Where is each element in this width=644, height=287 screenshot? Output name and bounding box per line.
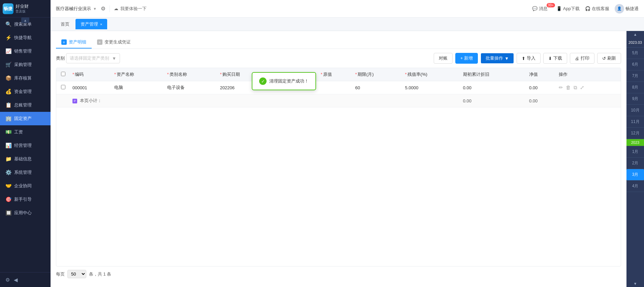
tab-home[interactable]: 首页	[56, 19, 74, 29]
calendar-month-2[interactable]: 2月	[626, 158, 644, 169]
import-icon: ⬆	[522, 56, 525, 61]
subtotal-row: P 本页小计： 0.00 0.00	[56, 94, 621, 107]
calendar-month-5[interactable]: 5月	[626, 47, 644, 59]
more-icon[interactable]: ⤢	[580, 85, 584, 91]
select-chevron-icon: ▼	[112, 56, 116, 61]
app-logo: 畅捷	[3, 3, 13, 14]
right-panel: ▲ 2023.03 5月 6月 7月 8月 9月 10月 11月 12月 202…	[626, 31, 644, 287]
calendar-month-8[interactable]: 8月	[626, 82, 644, 93]
calendar-month-9[interactable]: 9月	[626, 93, 644, 105]
calendar-month-7[interactable]: 7月	[626, 70, 644, 82]
calendar-items: 5月 6月 7月 8月 9月 10月 11月 12月 2023 1月 2月 3月…	[626, 47, 644, 280]
notification-badge: 99+	[547, 3, 555, 7]
reconcile-btn[interactable]: 对账	[434, 53, 453, 64]
sidebar-item-guide[interactable]: 🎯 新手引导	[0, 193, 51, 206]
new-btn[interactable]: + 新增	[455, 53, 478, 64]
sidebar-footer: ⚙ ◀	[0, 272, 51, 287]
content-wrapper: ≡ 资产明细 ≡ 变更生成凭证 类别 请选择固定资产类别	[51, 31, 626, 287]
sidebar-item-operations[interactable]: 📊 经营管理	[0, 139, 51, 152]
calendar-month-11[interactable]: 11月	[626, 116, 644, 128]
tab-asset-management[interactable]: 资产管理 ×	[75, 19, 107, 29]
batch-btn[interactable]: 批量操作 ▼	[481, 53, 514, 64]
table-row: 000001 电脑 电子设备 202206 年限平均 60 5.0000 0.0…	[56, 81, 621, 94]
calendar-month-3[interactable]: 3月	[626, 169, 644, 181]
sidebar-item-fixed[interactable]: 🏢 固定资产	[0, 112, 51, 125]
headset-icon: 🎧	[585, 6, 590, 11]
online-service-btn[interactable]: 🎧 在线客服	[585, 6, 609, 12]
subtotal-initial: 0.00	[460, 94, 526, 107]
topbar: 医疗器械行业演示 ▼ ⚙ ☁ 我要体验一下 💬 消息 99+ 📱 App下载 🎧…	[51, 0, 644, 18]
print-icon: 🖨	[575, 56, 579, 61]
sidebar-item-inventory[interactable]: 📦 库存核算	[0, 71, 51, 85]
calendar-bottom-icon[interactable]: ▼	[626, 280, 644, 287]
tabs-bar: 首页 资产管理 ×	[51, 18, 644, 31]
toolbar: 类别 请选择固定资产类别 ▼ 对账 + 新增	[56, 53, 621, 64]
category-filter: 类别 请选择固定资产类别 ▼	[56, 53, 120, 63]
company-name: 医疗器械行业演示	[56, 6, 91, 12]
cell-period: 60	[352, 81, 402, 94]
company-selector[interactable]: 医疗器械行业演示 ▼	[56, 6, 97, 12]
delete-icon[interactable]: 🗑	[566, 85, 571, 91]
pagination: 每页 50 10 20 100 条，共 1 条	[56, 266, 621, 282]
download-btn[interactable]: ⬇ 下载	[543, 53, 567, 64]
user-profile[interactable]: 👤 畅捷通	[615, 4, 639, 13]
settings-icon[interactable]: ⚙	[5, 277, 10, 283]
voucher-tab-icon: ≡	[97, 39, 102, 45]
sidebar-item-fund[interactable]: 💰 资金管理	[0, 85, 51, 98]
import-btn[interactable]: ⬆ 导入	[517, 53, 541, 64]
col-period: *期限(月)	[352, 68, 402, 81]
success-check-icon: ✓	[259, 77, 267, 85]
sub-tab-assets[interactable]: ≡ 资产明细	[56, 36, 92, 49]
edit-icon[interactable]: ✏	[559, 85, 563, 91]
category-select-box[interactable]: 请选择固定资产类别 ▼	[66, 53, 120, 63]
calendar-header: 2023.03	[626, 38, 644, 47]
print-btn[interactable]: 🖨 打印	[570, 53, 594, 64]
select-all-checkbox[interactable]	[61, 72, 65, 76]
phone-icon: 📱	[556, 6, 562, 11]
notifications-btn[interactable]: 💬 消息 99+	[532, 6, 551, 12]
cell-name: 电脑	[112, 81, 164, 94]
cell-code: 000001	[70, 81, 112, 94]
sidebar-header: 畅捷 好业财 普及版	[0, 0, 51, 18]
per-page-select[interactable]: 50 10 20 100	[67, 270, 86, 278]
calendar-month-6[interactable]: 6月	[626, 59, 644, 70]
topbar-right: 💬 消息 99+ 📱 App下载 🎧 在线客服 👤 畅捷通	[532, 4, 639, 13]
sidebar-item-apps[interactable]: 🔲 应用中心	[0, 206, 51, 220]
calendar-month-1[interactable]: 1月	[626, 146, 644, 158]
row-checkbox[interactable]	[61, 85, 65, 89]
refresh-btn[interactable]: ↺ 刷新	[597, 53, 621, 64]
sidebar-item-collab[interactable]: 🤝 企业协同	[0, 179, 51, 193]
sidebar-item-sales[interactable]: 📈 销售管理	[0, 44, 51, 58]
sidebar-nav: 🔍 搜索菜单 ⚡ 快捷导航 📈 销售管理 🛒 采购管理 📦 库存核算 💰 资金管…	[0, 18, 51, 272]
col-name: *资产名称	[112, 68, 164, 81]
calendar-month-12[interactable]: 12月	[626, 128, 644, 139]
sidebar-item-purchase[interactable]: 🛒 采购管理	[0, 58, 51, 71]
col-code: *编码	[70, 68, 112, 81]
main-area: 医疗器械行业演示 ▼ ⚙ ☁ 我要体验一下 💬 消息 99+ 📱 App下载 🎧…	[51, 0, 644, 287]
subtotal-label: P 本页小计：	[70, 94, 460, 107]
sub-tab-voucher[interactable]: ≡ 变更生成凭证	[92, 36, 136, 49]
fixed-assets-icon: 🏢	[5, 116, 11, 122]
calendar-prev-btn[interactable]: ▲	[626, 31, 644, 38]
sub-tabs: ≡ 资产明细 ≡ 变更生成凭证	[56, 36, 621, 49]
cell-actions: ✏ 🗑 ⧉ ⤢	[556, 81, 621, 94]
settings-gear-icon[interactable]: ⚙	[101, 5, 105, 12]
experience-btn[interactable]: ☁ 我要体验一下	[114, 6, 147, 12]
sidebar-item-quicknav[interactable]: ⚡ 快捷导航	[0, 31, 51, 44]
sidebar-item-basics[interactable]: 📁 基础信息	[0, 152, 51, 166]
sidebar-item-ledger[interactable]: 📋 总账管理	[0, 98, 51, 112]
sidebar-scroll-up[interactable]: ▲	[21, 18, 29, 23]
calendar-month-4[interactable]: 4月	[626, 181, 644, 192]
sidebar-item-system[interactable]: ⚙️ 系统管理	[0, 166, 51, 179]
sidebar: 畅捷 好业财 普及版 ▲ 🔍 搜索菜单 ⚡ 快捷导航 📈 销售管理 🛒 采购管理…	[0, 0, 51, 287]
sales-icon: 📈	[5, 48, 11, 54]
sidebar-item-payroll[interactable]: 💵 工资	[0, 125, 51, 139]
calendar-month-10[interactable]: 10月	[626, 105, 644, 116]
collab-icon: 🤝	[5, 183, 11, 189]
collapse-icon[interactable]: ◀	[14, 277, 18, 283]
app-download-btn[interactable]: 📱 App下载	[556, 6, 580, 12]
copy-icon[interactable]: ⧉	[574, 85, 577, 91]
tab-close-icon[interactable]: ×	[100, 22, 102, 26]
toolbar-right: 对账 + 新增 批量操作 ▼ ⬆ 导入	[434, 53, 621, 64]
operations-icon: 📊	[5, 142, 11, 149]
